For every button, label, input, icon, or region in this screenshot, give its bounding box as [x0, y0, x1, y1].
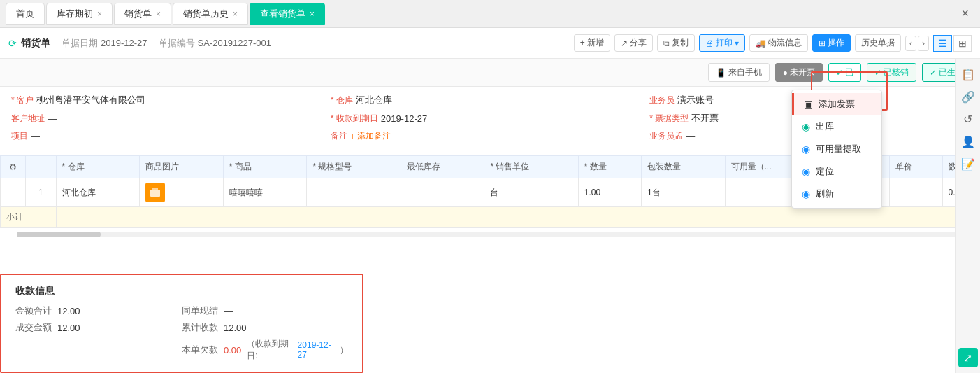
summary-grid: 金额合计 12.00 同单现结 — 成交金额 12.00 累计收款 12.00 — [15, 304, 348, 362]
tab-inventory[interactable]: 库存期初 × — [46, 3, 113, 25]
salesperson-value: 演示账号 — [677, 94, 714, 106]
col-spec: * 规格型号 — [307, 156, 401, 178]
sidebar-icon-1[interactable]: 📋 — [958, 64, 978, 84]
number-field: 单据编号 SA-20191227-001 — [159, 37, 272, 50]
sum-note: （收款到期日: — [247, 338, 291, 362]
sum-value-col2-1: — — [224, 306, 233, 316]
close-view-tab[interactable]: × — [310, 9, 315, 19]
sidebar-icon-5[interactable]: 📝 — [958, 154, 978, 174]
sum-note-end: ） — [340, 344, 348, 356]
subtotal-row: 小计 — [1, 207, 980, 228]
nav-arrows: ‹ › — [905, 36, 929, 51]
dropdown-item-invoice[interactable]: ▣ 添加发票 — [792, 93, 881, 115]
next-button[interactable]: › — [918, 36, 929, 51]
row-gear — [1, 178, 26, 207]
sum-date: 2019-12-27 — [298, 340, 334, 360]
new-button[interactable]: + 新增 — [574, 34, 610, 52]
share-button[interactable]: ↗ 分享 — [614, 34, 653, 52]
sum-value-col2-3: 0.00 — [224, 345, 241, 356]
customer-field: 客户 柳州粤港平安气体有限公司 — [11, 94, 331, 106]
row-img-cell — [140, 178, 224, 207]
check-icon: ✓ — [874, 68, 881, 78]
number-value: SA-20191227-001 — [198, 38, 272, 48]
tab-bar: 首页 库存期初 × 销货单 × 销货单历史 × 查看销货单 × × — [0, 0, 980, 28]
sum-label-2: 成交金额 — [15, 321, 52, 334]
summary-row-3 — [15, 338, 182, 362]
sum-value-col2-2: 12.00 — [224, 323, 247, 333]
row-pack-qty: 1台 — [641, 178, 725, 207]
product-image — [145, 183, 165, 202]
grid-view-button[interactable]: ⊞ — [953, 35, 972, 52]
outbound-icon: ◉ — [802, 121, 810, 132]
location-label: 定位 — [816, 165, 834, 178]
invoice-label: 添加发票 — [819, 98, 855, 111]
operations-button[interactable]: ⊞ 操作 — [812, 34, 851, 52]
due-date-label: 收款到期日 — [331, 113, 378, 125]
prev-button[interactable]: ‹ — [905, 36, 916, 51]
share-icon: ↗ — [621, 38, 628, 48]
copy-icon: ⧉ — [663, 38, 670, 48]
outbound-label: 出库 — [816, 120, 834, 133]
history-button[interactable]: 历史单据 — [855, 34, 901, 52]
h-scrollbar[interactable] — [17, 232, 963, 237]
summary-row-2: 成交金额 12.00 — [15, 321, 182, 334]
close-inventory-tab[interactable]: × — [97, 9, 102, 19]
close-history-tab[interactable]: × — [233, 9, 238, 19]
invoice-icon: ▣ — [804, 99, 813, 110]
sales-name-label: 业务员孟 — [649, 130, 683, 142]
effective-icon: ✓ — [930, 68, 937, 78]
confirm-button[interactable]: ✓ 已 — [828, 63, 861, 82]
dropdown-item-location[interactable]: ◉ 定位 — [792, 160, 881, 183]
col-row-num — [26, 156, 57, 178]
tab-sales-history[interactable]: 销货单历史 × — [173, 3, 248, 25]
h-scrollbar-thumb[interactable] — [17, 232, 101, 237]
ticket-icon: ● — [783, 68, 788, 78]
view-toggle: ☰ ⊞ — [933, 35, 972, 52]
col-gear: ⚙ — [1, 156, 26, 178]
dropdown-item-refresh[interactable]: ◉ 刷新 — [792, 183, 881, 205]
toolbar: + 新增 ↗ 分享 ⧉ 复制 🖨 打印 ▾ 🚚 物流信息 — [574, 34, 972, 52]
list-view-button[interactable]: ☰ — [933, 35, 952, 52]
confirm-icon: ✓ — [836, 68, 843, 78]
col-unit: * 销售单位 — [484, 156, 578, 178]
sidebar-icon-4[interactable]: 👤 — [958, 132, 978, 151]
refresh-icon: ◉ — [802, 188, 810, 199]
not-open-button[interactable]: ● 未开票 — [775, 63, 823, 82]
logistics-button[interactable]: 🚚 物流信息 — [749, 34, 808, 52]
address-label: 客户地址 — [11, 113, 45, 125]
copy-button[interactable]: ⧉ 复制 — [657, 34, 695, 52]
col-min-stock: 最低库存 — [401, 156, 484, 178]
sidebar-icon-2[interactable]: 🔗 — [958, 87, 978, 106]
refresh-label: 刷新 — [816, 188, 834, 200]
sidebar-icon-expand[interactable]: ⤢ — [958, 348, 978, 367]
add-note-button[interactable]: + 添加备注 — [350, 130, 391, 142]
col-pack-qty: 包装数量 — [641, 156, 725, 178]
dropdown-item-available[interactable]: ◉ 可用量提取 — [792, 138, 881, 160]
print-button[interactable]: 🖨 打印 ▾ — [699, 34, 745, 52]
summary-title: 收款信息 — [15, 285, 348, 297]
row-min-stock — [401, 178, 484, 207]
note-label: 备注 — [331, 130, 347, 142]
col-price: 单价 — [890, 156, 942, 178]
dropdown-item-outbound[interactable]: ◉ 出库 — [792, 115, 881, 138]
tab-view-sales[interactable]: 查看销货单 × — [250, 3, 325, 25]
location-icon: ◉ — [802, 166, 810, 177]
row-price — [890, 178, 942, 207]
summary-panel: 收款信息 金额合计 12.00 同单现结 — 成交金额 12.00 累计收款 1… — [0, 274, 363, 373]
available-label: 可用量提取 — [816, 143, 861, 155]
sidebar-icon-3[interactable]: ↺ — [958, 109, 978, 129]
doc-meta: 单据日期 2019-12-27 单据编号 SA-20191227-001 — [62, 37, 574, 50]
global-close-button[interactable]: × — [956, 6, 974, 21]
sold-button[interactable]: ✓ 已核销 — [867, 63, 916, 82]
row-unit: 台 — [484, 178, 578, 207]
note-field: 备注 + 添加备注 — [331, 130, 650, 142]
tab-home[interactable]: 首页 — [6, 3, 45, 25]
sum-label-col2-1: 同单现结 — [182, 304, 218, 317]
from-phone-button[interactable]: 📱 来自手机 — [708, 63, 770, 82]
phone-icon: 📱 — [716, 68, 726, 78]
close-sales-tab[interactable]: × — [156, 9, 161, 19]
doc-title: 销货单 — [21, 37, 50, 50]
sum-label-col2-2: 累计收款 — [182, 321, 218, 334]
tab-sales[interactable]: 销货单 × — [114, 3, 171, 25]
print-icon: 🖨 — [705, 38, 714, 48]
